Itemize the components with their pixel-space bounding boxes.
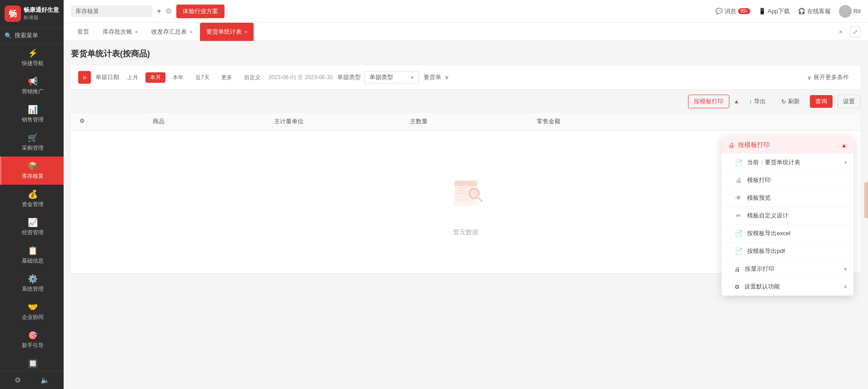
dropdown-current-item[interactable]: 📄 当前：要货单统计表 ▾	[722, 154, 853, 172]
breadcrumb-chevron-icon: ▾	[157, 7, 161, 15]
settings-footer-icon[interactable]: ⚙	[15, 376, 21, 384]
tab-close-order-stats[interactable]: ×	[244, 29, 247, 35]
sidebar-item-basic-info[interactable]: 📋 基础信息	[0, 241, 64, 269]
tab-order-stats[interactable]: 要货单统计表 ×	[200, 23, 254, 41]
th-unit: 主计量单位	[224, 113, 354, 130]
goods-filter-chevron-icon: ▾	[445, 73, 449, 82]
sidebar-item-quick-nav[interactable]: ⚡ 快捷导航	[0, 44, 64, 72]
sidebar-item-guide[interactable]: 🎯 新手引导	[0, 326, 64, 354]
tab-batch-accounts[interactable]: 库存批次账 ×	[96, 23, 144, 41]
template-print-item-icon: 🖨	[734, 177, 743, 184]
order-type-select[interactable]: 单据类型 ▾	[364, 71, 419, 84]
sidebar-search[interactable]: 🔍 搜索菜单	[0, 28, 64, 44]
current-arrow-icon: ▾	[844, 160, 847, 166]
app-name-main: 畅康通好生意	[24, 6, 59, 14]
guide-label: 新手引导	[22, 342, 44, 349]
tab-home[interactable]: 首页	[71, 23, 95, 41]
dropdown-item-template-print[interactable]: 🖨 模板打印	[722, 172, 853, 189]
app-download-item[interactable]: 📱 App下载	[758, 7, 790, 15]
sidebar-item-finance[interactable]: 💰 资金管理	[0, 185, 64, 213]
top-bar: 库存核算 ▾ ⚙ 体验行业方案 💬 消息 99+ 📱 App下载 🎧 在线客服 …	[64, 0, 868, 23]
dropdown-section-display-print[interactable]: 🖨 按显示打印 ▾	[722, 260, 853, 278]
sidebar-item-sales[interactable]: 📊 销售管理	[0, 100, 64, 128]
date-btn-custom[interactable]: 自定义	[239, 72, 265, 83]
template-print-btn[interactable]: 按模板打印	[688, 95, 729, 108]
system-icon: ⚙️	[28, 274, 38, 284]
gear-icon[interactable]: ⚙	[165, 7, 172, 15]
refresh-btn[interactable]: ↻ 刷新	[776, 95, 805, 108]
sidebar-item-system[interactable]: ⚙️ 系统管理	[0, 269, 64, 298]
current-icon: 📄	[734, 159, 743, 166]
section-left-default: ⚙ 设置默认功能	[734, 283, 780, 291]
sidebar-item-app-center[interactable]: 🔲 应用中心	[0, 354, 64, 371]
expand-tabs-btn[interactable]: ⤢	[850, 26, 861, 37]
dropdown-header-icon: 🖨	[728, 141, 734, 149]
main-content: 库存核算 ▾ ⚙ 体验行业方案 💬 消息 99+ 📱 App下载 🎧 在线客服 …	[64, 0, 868, 389]
sidebar-nav: ⚡ 快捷导航 📢 营销推广 📊 销售管理 🛒 采购管理 📦 库存核算 💰 资金管…	[0, 44, 64, 371]
speaker-footer-icon[interactable]: 🔈	[40, 376, 50, 384]
date-filter-label: 单据日期	[95, 73, 119, 81]
dropdown-section-default-fn[interactable]: ⚙ 设置默认功能 ▾	[722, 278, 853, 296]
tab-receipt-summary[interactable]: 收发存汇总表 ×	[145, 23, 199, 41]
export-icon: ↑	[749, 98, 753, 105]
close-all-tabs-btn[interactable]: ×	[835, 26, 846, 37]
dropdown-header[interactable]: 🖨 按模板打印 ▲	[722, 136, 853, 154]
expand-more-btn[interactable]: ∨ 展开更多条件	[803, 71, 853, 83]
template-design-label: 模板自定义设计	[747, 212, 788, 220]
messages-item[interactable]: 💬 消息 99+	[715, 7, 750, 15]
sidebar-logo: 畅 畅康通好生意 标准版	[0, 0, 64, 28]
guide-icon: 🎯	[28, 330, 38, 340]
sales-label: 销售管理	[22, 116, 44, 124]
display-print-arrow-icon: ▾	[844, 266, 847, 273]
tab-close-receipt-summary[interactable]: ×	[190, 29, 192, 35]
basic-info-label: 基础信息	[22, 257, 44, 265]
online-service-item[interactable]: 🎧 在线客服	[798, 7, 831, 15]
dropdown-item-template-excel[interactable]: 📄 按模板导出excel	[722, 225, 853, 242]
order-type-filter-group: 单据类型 单据类型 ▾	[337, 71, 419, 84]
marketing-icon: 📢	[28, 76, 38, 86]
date-filter-group: 单据日期 上月 本月 本年 近7天 更多 自定义 2023-06-01 至 20…	[95, 72, 333, 83]
sidebar-item-inventory[interactable]: 📦 库存核算	[0, 157, 64, 185]
sidebar-item-enterprise[interactable]: 🤝 企业协同	[0, 298, 64, 326]
template-pdf-icon: 📄	[734, 248, 743, 255]
filter-toggle-btn[interactable]: »	[78, 71, 91, 84]
online-service-label: 在线客服	[807, 7, 831, 15]
empty-text: 暂无数据	[453, 228, 479, 237]
breadcrumb: 库存核算	[71, 5, 153, 17]
quick-nav-icon: ⚡	[28, 48, 38, 58]
svg-point-0	[452, 201, 479, 206]
date-btn-this-month[interactable]: 本月	[145, 72, 165, 83]
messages-badge: 99+	[738, 8, 750, 14]
experience-btn[interactable]: 体验行业方案	[176, 5, 224, 18]
dropdown-item-template-pdf[interactable]: 📄 按模板导出pdf	[722, 242, 853, 260]
empty-icon	[443, 167, 489, 221]
user-item[interactable]: Rit	[839, 5, 861, 18]
sidebar-item-purchase[interactable]: 🛒 采购管理	[0, 128, 64, 157]
settings-btn[interactable]: 设置	[837, 95, 861, 108]
expand-more-icon: ∨	[807, 74, 812, 81]
date-btn-more[interactable]: 更多	[217, 72, 237, 83]
dropdown-item-template-design[interactable]: ✏ 模板自定义设计	[722, 207, 853, 225]
order-type-label: 单据类型	[337, 73, 361, 81]
query-btn[interactable]: 查询	[810, 95, 833, 108]
system-label: 系统管理	[22, 285, 44, 293]
purchase-label: 采购管理	[22, 144, 44, 152]
sidebar-item-marketing[interactable]: 📢 营销推广	[0, 72, 64, 100]
app-logo-icon: 畅	[5, 5, 21, 22]
username: Rit	[853, 8, 861, 15]
purchase-icon: 🛒	[28, 133, 38, 143]
top-bar-left: 库存核算 ▾ ⚙ 体验行业方案	[71, 5, 224, 18]
scrollbar-right[interactable]	[864, 182, 868, 218]
filter-bar: » 单据日期 上月 本月 本年 近7天 更多 自定义 2023-06-01 至 …	[71, 66, 861, 89]
tab-close-batch-accounts[interactable]: ×	[135, 29, 138, 35]
date-btn-this-year[interactable]: 本年	[168, 72, 188, 83]
date-btn-last-month[interactable]: 上月	[123, 72, 143, 83]
template-print-arrow[interactable]: ▲	[734, 98, 739, 105]
th-settings[interactable]: ⚙	[71, 113, 94, 130]
export-btn[interactable]: ↑ 导出	[744, 95, 772, 108]
dropdown-item-template-preview[interactable]: 👁 模板预览	[722, 189, 853, 207]
date-btn-7days[interactable]: 近7天	[191, 72, 214, 83]
operation-label: 经营管理	[22, 229, 44, 237]
order-type-chevron-icon: ▾	[411, 74, 414, 81]
sidebar-item-operation[interactable]: 📈 经营管理	[0, 213, 64, 241]
